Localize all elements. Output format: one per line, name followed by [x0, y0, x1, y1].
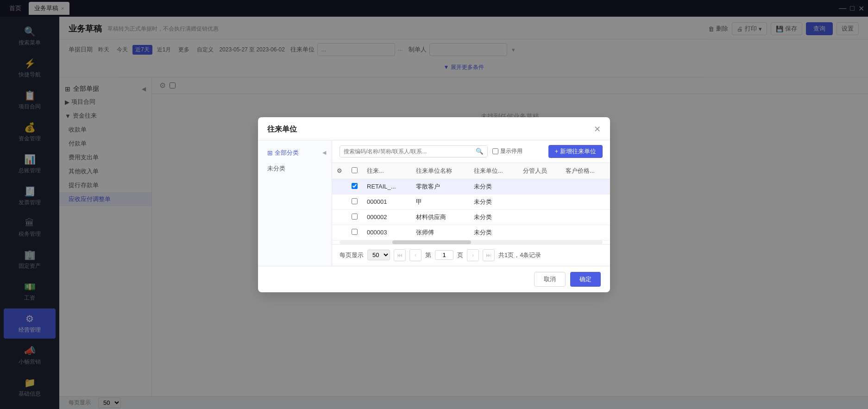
row-code-cell: 000002: [362, 209, 411, 225]
page-next-button[interactable]: ›: [467, 249, 479, 261]
col-code-header: 往来...: [362, 163, 411, 179]
col-price-header: 客户价格...: [561, 163, 610, 179]
col-category-header: 往来单位...: [469, 163, 518, 179]
row-category-cell: 未分类: [469, 179, 518, 194]
row-category-cell: 未分类: [469, 209, 518, 225]
row-name-cell: 甲: [411, 194, 469, 209]
dialog-table-wrap: ⚙ 往来... 往来单位名称 往来单位... 分管人员 客户价格...: [332, 163, 610, 240]
row-checkbox-cell[interactable]: [347, 194, 362, 209]
row-price-cell: [561, 194, 610, 209]
table-header-checkbox[interactable]: [352, 167, 358, 173]
col-settings: ⚙: [332, 163, 347, 179]
add-partner-button[interactable]: + 新增往来单位: [548, 145, 603, 158]
row-checkbox[interactable]: [352, 229, 358, 235]
page-number-input[interactable]: [435, 250, 453, 260]
col-name-header: 往来单位名称: [411, 163, 469, 179]
row-category-cell: 未分类: [469, 225, 518, 240]
table-header-row: ⚙ 往来... 往来单位名称 往来单位... 分管人员 客户价格...: [332, 163, 610, 179]
page-end-label: 页: [457, 251, 463, 259]
row-price-cell: [561, 179, 610, 194]
row-checkbox[interactable]: [352, 214, 358, 220]
dialog-pagination: 每页显示 50 ⏮ ‹ 第 页 › ⏭ 共1页，4条记录: [332, 244, 610, 266]
dialog-cancel-button[interactable]: 取消: [534, 272, 566, 287]
dialog-title: 往来单位: [267, 125, 297, 134]
row-settings-cell: [332, 179, 347, 194]
table-row[interactable]: 000002 材料供应商 未分类: [332, 209, 610, 225]
table-row[interactable]: RETAIL_... 零散客户 未分类: [332, 179, 610, 194]
dialog-body: ⊞ 全部分类 ◀ 未分类 🔍: [258, 140, 610, 266]
total-records-label: 共1页，4条记录: [498, 251, 541, 259]
per-page-label: 每页显示: [340, 251, 364, 259]
row-checkbox-cell[interactable]: [347, 225, 362, 240]
partner-dialog: 往来单位 ✕ ⊞ 全部分类 ◀ 未分类: [258, 117, 610, 292]
dialog-footer: 取消 确定: [258, 266, 610, 292]
dialog-categories: ⊞ 全部分类 ◀ 未分类: [258, 140, 332, 266]
dialog-per-page-select[interactable]: 50: [367, 250, 390, 260]
table-row[interactable]: 000003 张师傅 未分类: [332, 225, 610, 240]
show-disabled-checkbox[interactable]: [492, 148, 498, 154]
table-row[interactable]: 000001 甲 未分类: [332, 194, 610, 209]
dialog-scrollbar[interactable]: [340, 240, 603, 244]
dialog-header: 往来单位 ✕: [258, 117, 610, 140]
partner-search-input[interactable]: [340, 146, 472, 157]
partner-search-button[interactable]: 🔍: [472, 146, 487, 157]
row-checkbox-cell[interactable]: [347, 179, 362, 194]
page-first-button[interactable]: ⏮: [394, 249, 406, 261]
row-settings-cell: [332, 225, 347, 240]
row-category-cell: 未分类: [469, 194, 518, 209]
row-name-cell: 张师傅: [411, 225, 469, 240]
row-manager-cell: [518, 179, 561, 194]
show-disabled-toggle[interactable]: 显示停用: [492, 147, 522, 155]
page-label: 第: [425, 251, 431, 259]
dialog-close-button[interactable]: ✕: [594, 125, 601, 133]
dialog-scrollbar-thumb[interactable]: [392, 240, 471, 244]
row-name-cell: 材料供应商: [411, 209, 469, 225]
row-manager-cell: [518, 225, 561, 240]
row-checkbox[interactable]: [352, 198, 358, 204]
row-settings-cell: [332, 209, 347, 225]
row-manager-cell: [518, 209, 561, 225]
row-checkbox[interactable]: [352, 183, 358, 189]
dialog-cat-unclassified[interactable]: 未分类: [258, 162, 332, 176]
row-price-cell: [561, 209, 610, 225]
dialog-right-panel: 🔍 显示停用 + 新增往来单位 ⚙: [332, 140, 610, 266]
row-name-cell: 零散客户: [411, 179, 469, 194]
page-prev-button[interactable]: ‹: [409, 249, 421, 261]
grid-cat-icon: ⊞: [267, 149, 273, 157]
dialog-overlay[interactable]: 往来单位 ✕ ⊞ 全部分类 ◀ 未分类: [0, 0, 868, 409]
col-checkbox: [347, 163, 362, 179]
dialog-toolbar: 🔍 显示停用 + 新增往来单位: [332, 140, 610, 163]
dialog-collapse-arrow-icon[interactable]: ◀: [321, 148, 328, 157]
page-last-button[interactable]: ⏭: [483, 249, 495, 261]
row-code-cell: 000001: [362, 194, 411, 209]
row-code-cell: RETAIL_...: [362, 179, 411, 194]
row-code-cell: 000003: [362, 225, 411, 240]
dialog-cat-all[interactable]: ⊞ 全部分类: [262, 146, 304, 160]
row-settings-cell: [332, 194, 347, 209]
dialog-confirm-button[interactable]: 确定: [570, 272, 601, 287]
search-input-wrap: 🔍: [340, 145, 488, 157]
row-checkbox-cell[interactable]: [347, 209, 362, 225]
col-manager-header: 分管人员: [518, 163, 561, 179]
row-manager-cell: [518, 194, 561, 209]
row-price-cell: [561, 225, 610, 240]
partner-table: ⚙ 往来... 往来单位名称 往来单位... 分管人员 客户价格...: [332, 163, 610, 240]
